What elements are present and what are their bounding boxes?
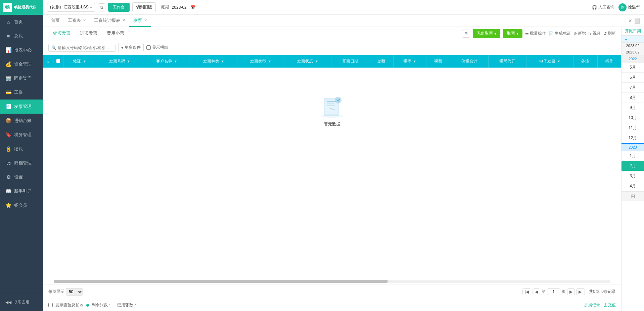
fetch-button[interactable]: 取票 ▾ <box>503 29 522 38</box>
tab-payroll-stats[interactable]: 工资统计报表 ✕ <box>90 15 129 27</box>
sidebar-item-member[interactable]: ⭐ 畅会员 <box>0 198 43 212</box>
copy-icon-button[interactable]: ⧉ <box>98 3 105 11</box>
e-invoice-filter-icon[interactable]: ▼ <box>557 60 560 63</box>
pin-toggle[interactable]: ◀◀ 取消固定 <box>3 297 40 308</box>
sidebar-item-general-ledger[interactable]: ≡ 总账 <box>0 29 43 43</box>
show-detail-input[interactable] <box>146 45 151 50</box>
customer-filter-icon[interactable]: ▼ <box>174 60 177 63</box>
svg-point-7 <box>336 98 340 102</box>
invoice-verify-checkbox[interactable] <box>48 303 53 307</box>
subtab-purchase-invoice[interactable]: 进项发票 <box>75 27 102 40</box>
sidebar-item-settings[interactable]: ⚙ 设置 <box>0 170 43 184</box>
tab-payroll-stats-close[interactable]: ✕ <box>122 18 125 23</box>
subtab-expense-receipt[interactable]: 费用小票 <box>102 27 129 40</box>
guide-icon: 📖 <box>5 188 11 194</box>
batch-ops-label: 批量操作 <box>530 31 546 36</box>
show-detail-checkbox[interactable]: 显示明细 <box>146 45 168 50</box>
scrollbar-thumb[interactable] <box>54 280 388 283</box>
th-checkbox[interactable] <box>53 55 63 68</box>
tab-invoice-close[interactable]: ✕ <box>144 18 147 23</box>
remaining-label: 剩余张数： <box>92 302 112 308</box>
search-field-wrapper[interactable]: 🔍 <box>48 44 116 52</box>
batch-ops-icon: ☰ <box>525 31 529 36</box>
th-invoice-type: 发票种类 ▼ <box>190 55 237 68</box>
period-calendar-icon[interactable]: 📅 <box>191 5 196 10</box>
year-2022-section: ▲ <box>622 36 644 43</box>
month-2022-8[interactable]: 8月 <box>622 93 644 103</box>
new-button[interactable]: ⊕ 新增 <box>573 31 586 36</box>
sidebar-item-guide[interactable]: 📖 新手引导 <box>0 184 43 198</box>
month-2022-11[interactable]: 11月 <box>622 123 644 133</box>
maximize-panel-button[interactable]: ⬜ <box>634 18 640 24</box>
funds-icon: 💰 <box>5 61 11 67</box>
sidebar-bottom: ◀◀ 取消固定 <box>0 293 43 311</box>
batch-ops-button[interactable]: ☰ 批量操作 <box>525 31 546 36</box>
th-star[interactable]: ☆ <box>43 55 53 68</box>
company-selector[interactable]: (勿删）江西股宝-LSS ▾ <box>47 3 95 12</box>
month-2023-2[interactable]: 2月 <box>622 161 644 171</box>
month-2023-1[interactable]: 1月 <box>622 151 644 161</box>
month-2022-6[interactable]: 6月 <box>622 73 644 83</box>
month-2023-4[interactable]: 4月 <box>622 181 644 191</box>
more-filter-button[interactable]: ▾ 更多条件 <box>118 43 144 52</box>
user-name: 徐溢华 <box>628 4 640 10</box>
first-page-button[interactable]: |◀ <box>522 288 531 295</box>
month-2022-12[interactable]: 12月 <box>622 133 644 143</box>
sidebar-item-home[interactable]: ⌂ 首页 <box>0 15 43 29</box>
scroll-up-icon[interactable]: ▲ <box>624 37 628 41</box>
sidebar-item-tax[interactable]: 🔖 税务管理 <box>0 128 43 142</box>
invoice-status-filter-icon[interactable]: ▼ <box>315 60 318 63</box>
page-input[interactable] <box>547 288 560 295</box>
sidebar-item-payroll[interactable]: 💳 工资 <box>0 85 43 100</box>
tab-payroll-table-close[interactable]: ✕ <box>83 18 86 23</box>
open-period-button[interactable]: 开账日期 <box>622 27 644 36</box>
per-page-select[interactable]: 20 50 100 <box>66 288 83 296</box>
expand-record-link[interactable]: 扩展记录 <box>584 303 600 307</box>
sidebar-item-sales[interactable]: 📦 进销台账 <box>0 114 43 128</box>
tax-icon: 🔖 <box>5 132 11 138</box>
horizontal-scrollbar[interactable] <box>54 280 610 283</box>
support-button[interactable]: 🎧 人工咨询 <box>592 4 614 10</box>
switch-version-button[interactable]: 切到旧版 <box>132 2 156 12</box>
tab-invoice[interactable]: 发票 ✕ <box>129 15 151 27</box>
refresh-button[interactable]: ↺ 刷新 <box>603 31 616 36</box>
invoice-type-filter-icon[interactable]: ▼ <box>221 60 224 63</box>
month-2023-3[interactable]: 3月 <box>622 171 644 181</box>
subtab-sales-invoice[interactable]: 销项发票 <box>48 27 75 40</box>
tab-payroll-table[interactable]: 工资表 ✕ <box>64 15 90 27</box>
search-input[interactable] <box>58 45 111 50</box>
tab-home[interactable]: 首页 <box>47 15 64 27</box>
prev-page-button[interactable]: ◀ <box>533 288 540 295</box>
month-2022-7[interactable]: 7月 <box>622 83 644 93</box>
invoice-category-filter-icon[interactable]: ▼ <box>268 60 271 63</box>
gen-voucher-button[interactable]: 📄 生成凭证 <box>549 31 571 36</box>
sidebar-item-closing[interactable]: 🔒 结账 <box>0 142 43 156</box>
user-avatar: 徐 <box>618 3 627 11</box>
month-2022-10[interactable]: 10月 <box>622 113 644 123</box>
no-cancel-button[interactable]: 无血取票 ▾ <box>473 29 500 38</box>
next-page-button[interactable]: ▶ <box>567 288 575 295</box>
video-button[interactable]: ▷ 视频 <box>589 31 601 36</box>
closing-icon: 🔒 <box>5 146 11 152</box>
close-panel-button[interactable]: ✕ <box>628 18 632 24</box>
sidebar-item-invoice[interactable]: 🧾 发票管理 <box>0 100 43 114</box>
tax-rate-filter-icon[interactable]: ▼ <box>413 60 416 63</box>
sidebar-item-archive[interactable]: 🗂 归档管理 <box>0 156 43 170</box>
month-2022-9[interactable]: 9月 <box>622 103 644 113</box>
workspace-button[interactable]: 工作台 <box>108 3 130 12</box>
sidebar-item-reports[interactable]: 📊 报表中心 <box>0 43 43 57</box>
month-2022-5[interactable]: 5月 <box>622 63 644 73</box>
scroll-down-icon[interactable]: ⊞ <box>631 193 635 199</box>
user-info[interactable]: 徐 徐溢华 <box>618 3 640 11</box>
column-settings-button[interactable]: ⊞ <box>462 30 470 38</box>
date-entry-2023-02-top[interactable]: 2023.02 <box>622 43 644 49</box>
period-value: 2023-02 <box>172 5 187 10</box>
sidebar-item-funds[interactable]: 💰 资金管理 <box>0 57 43 71</box>
recharge-link[interactable]: 去充值 <box>604 303 616 307</box>
date-entry-2023-02-b[interactable]: 2023.02 <box>622 49 644 55</box>
last-page-button[interactable]: ▶| <box>576 288 585 295</box>
select-all-checkbox[interactable] <box>56 59 60 63</box>
invoice-no-filter-icon[interactable]: ▼ <box>127 60 130 63</box>
sidebar-item-fixed-assets[interactable]: 🏢 固定资产 <box>0 71 43 85</box>
voucher-filter-icon[interactable]: ▼ <box>83 60 86 63</box>
